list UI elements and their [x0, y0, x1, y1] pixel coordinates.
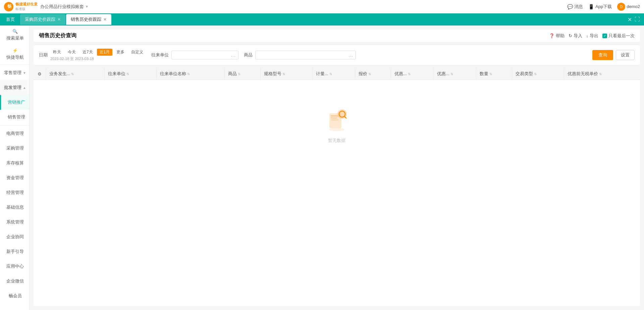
date-opt-custom[interactable]: 自定义: [128, 49, 146, 56]
sidebar-item-wholesale[interactable]: 批发管理 ▲: [0, 80, 29, 95]
svg-rect-5: [331, 117, 337, 118]
table-wrap: ⚙ 业务发生... ⇅ 往来单位 ⇅: [34, 68, 640, 306]
tab-purchase[interactable]: 采购历史价跟踪 ✕: [20, 14, 65, 25]
logo-text: 畅捷通好生意 标准版: [15, 2, 38, 11]
th-settings[interactable]: ⚙: [34, 68, 46, 80]
th-trade-type[interactable]: 交易类型 ⇅: [512, 68, 564, 80]
shortcut-icon: ⚡: [12, 48, 18, 53]
close-sales-tab-icon[interactable]: ✕: [103, 17, 107, 21]
avatar: D: [617, 3, 625, 11]
th-partner-code[interactable]: 往来单位 ⇅: [104, 68, 156, 80]
th-spec[interactable]: 规格型号 ⇅: [260, 68, 312, 80]
goods-input-wrap: ...: [255, 51, 356, 59]
query-button[interactable]: 查询: [592, 50, 613, 60]
th-price[interactable]: 报价 ⇅: [355, 68, 391, 80]
chevron-down-icon: ▼: [85, 5, 89, 8]
import-btn[interactable]: ↻ 导入: [569, 33, 582, 39]
maximize-icon[interactable]: ⛶: [635, 16, 640, 22]
svg-text:畅: 畅: [7, 4, 11, 9]
th-unit[interactable]: 计量... ⇅: [312, 68, 355, 80]
chevron-down-icon: ▼: [23, 71, 26, 75]
partner-input[interactable]: [174, 53, 231, 58]
filter-actions: 查询 设置: [592, 50, 635, 60]
app-download-btn[interactable]: 📱 App下载: [588, 4, 612, 10]
th-qty[interactable]: 数量 ⇅: [476, 68, 512, 80]
settings-icon: ⚙: [38, 71, 42, 76]
sidebar-item-search[interactable]: 🔍 搜索菜单: [0, 25, 29, 45]
goods-picker-icon[interactable]: ...: [348, 52, 353, 58]
app-icon: 📱: [588, 4, 594, 9]
message-btn[interactable]: 💬 消息: [567, 4, 583, 10]
partner-picker-icon[interactable]: ...: [231, 52, 235, 58]
tab-home[interactable]: 首页: [1, 14, 19, 25]
goods-filter-group: 商品 ...: [244, 51, 356, 59]
logo-icon: 畅: [4, 2, 13, 11]
goods-label: 商品: [244, 52, 253, 58]
sidebar-item-retail[interactable]: 零售管理 ▼: [0, 65, 29, 80]
sidebar-item-basic[interactable]: 基础信息: [0, 200, 29, 215]
sidebar-item-wechat[interactable]: 企业微信: [0, 274, 29, 289]
divider-2: [0, 125, 29, 125]
sort-icon: ⇅: [489, 72, 492, 76]
tabbar: 首页 采购历史价跟踪 ✕ 销售历史价跟踪 ✕ ✕ ⛶: [0, 13, 644, 25]
divider-1: [0, 64, 29, 65]
sidebar-item-inventory[interactable]: 库存核算: [0, 156, 29, 170]
date-label: 日期: [39, 52, 48, 58]
th-biz-date[interactable]: 业务发生... ⇅: [46, 68, 104, 80]
sidebar-item-purchase-mgr[interactable]: 采购管理: [0, 141, 29, 156]
th-partner-name[interactable]: 往来单位名称 ⇅: [156, 68, 224, 80]
sidebar-item-shortcut[interactable]: ⚡ 快捷导航: [0, 45, 29, 64]
goods-input[interactable]: [258, 53, 348, 58]
only-last-toggle[interactable]: ✓ 只看最后一次: [602, 33, 635, 39]
empty-text: 暂无数据: [328, 138, 345, 144]
svg-rect-6: [331, 119, 339, 120]
data-table: ⚙ 业务发生... ⇅ 往来单位 ⇅: [34, 68, 640, 80]
empty-state: 暂无数据: [34, 80, 640, 170]
empty-illustration: [323, 107, 350, 134]
sort-icon: ⇅: [450, 72, 453, 76]
date-opt-yesterday[interactable]: 昨天: [50, 49, 64, 56]
sort-icon: ⇅: [282, 72, 285, 76]
chevron-up-icon: ▲: [23, 86, 26, 90]
sidebar-item-operation[interactable]: 经营管理: [0, 185, 29, 200]
sidebar-item-member[interactable]: 畅会员: [0, 289, 29, 303]
user-menu[interactable]: D demo2: [617, 3, 640, 11]
company-dropdown[interactable]: 办公用品行业模拟账套 ▼: [38, 2, 567, 11]
sidebar-item-apps[interactable]: 应用中心: [0, 259, 29, 274]
tabbar-actions: ✕ ⛶: [628, 16, 643, 23]
help-btn[interactable]: ❓ 帮助: [549, 33, 565, 39]
sidebar-item-coop[interactable]: 企业协同: [0, 229, 29, 244]
sort-icon: ⇅: [599, 72, 602, 76]
th-pretax-price[interactable]: 优惠前无税单价 ⇅: [564, 68, 640, 80]
close-tab-icon[interactable]: ✕: [628, 16, 632, 23]
date-opt-7days[interactable]: 近7天: [80, 49, 96, 56]
partner-label: 往来单位: [151, 52, 169, 58]
sidebar-item-sales-mgr[interactable]: 销售管理: [0, 110, 29, 124]
page-header-actions: ❓ 帮助 ↻ 导入 ↓ 导出 ✓ 只看最后一次: [549, 33, 635, 39]
checkbox-checked-icon: ✓: [602, 34, 607, 38]
date-opt-more[interactable]: 更多: [114, 49, 127, 56]
sidebar-item-finance[interactable]: 资金管理: [0, 170, 29, 185]
sort-icon: ⇅: [329, 72, 332, 76]
date-opt-1month[interactable]: 近1月: [97, 49, 113, 56]
sidebar-item-system[interactable]: 系统管理: [0, 215, 29, 229]
svg-point-2: [329, 128, 344, 131]
tab-sales[interactable]: 销售历史价跟踪 ✕: [66, 14, 111, 25]
content-area: 销售历史价查询 ❓ 帮助 ↻ 导入 ↓ 导出 ✓ 只看最后一次: [30, 25, 644, 310]
close-purchase-tab-icon[interactable]: ✕: [57, 17, 61, 21]
topbar: 畅 畅捷通好生意 标准版 办公用品行业模拟账套 ▼ 💬 消息 📱 App下载 D…: [0, 0, 644, 13]
th-goods[interactable]: 商品 ⇅: [224, 68, 260, 80]
date-range-text: 2023-02-18 至 2023-03-18: [50, 56, 146, 61]
sidebar-item-guide[interactable]: 新手引导: [0, 244, 29, 259]
date-opt-today[interactable]: 今天: [65, 49, 78, 56]
export-btn[interactable]: ↓ 导出: [586, 33, 599, 39]
th-discount2[interactable]: 优惠... ⇅: [434, 68, 476, 80]
partner-filter-group: 往来单位 ...: [151, 51, 238, 59]
settings-button[interactable]: 设置: [616, 50, 635, 60]
sidebar-item-marketing[interactable]: 营销推广: [0, 95, 29, 110]
sort-icon: ⇅: [71, 72, 74, 76]
sidebar-item-ecommerce[interactable]: 电商管理: [0, 126, 29, 141]
page-title: 销售历史价查询: [39, 32, 76, 39]
th-discount1[interactable]: 优惠... ⇅: [391, 68, 433, 80]
message-icon: 💬: [567, 4, 573, 9]
